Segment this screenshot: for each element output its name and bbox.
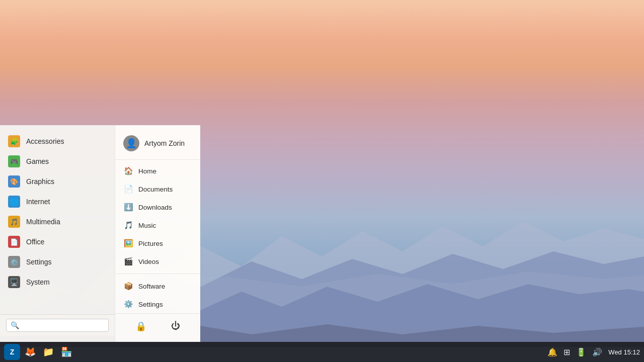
internet-category-label: Internet [26,198,50,206]
search-bar: 🔍 [0,314,115,336]
settings-place-label: Settings [138,301,163,308]
desktop: 🧩Accessories🎮Games🎨Graphics🌐Internet🎵Mul… [0,0,644,362]
app-menu: 🧩Accessories🎮Games🎨Graphics🌐Internet🎵Mul… [0,125,200,342]
category-item-graphics[interactable]: 🎨Graphics [0,171,115,192]
music-place-label: Music [138,222,156,229]
taskbar-right: 🔔 ⊞ 🔋 🔊 Wed 15:12 [547,347,640,357]
multimedia-category-icon: 🎵 [8,216,20,228]
videos-place-label: Videos [138,258,159,265]
battery-icon[interactable]: 🔋 [576,347,586,357]
search-input-wrapper: 🔍 [6,319,109,332]
system-category-label: System [26,278,50,286]
category-item-multimedia[interactable]: 🎵Multimedia [0,212,115,232]
settings-category-icon: ⚙️ [8,256,20,268]
taskbar-left: Z🦊📁🏪 [4,344,74,360]
category-item-office[interactable]: 📄Office [0,232,115,252]
place-item-software[interactable]: 📦Software [115,277,200,295]
games-category-label: Games [26,157,49,165]
taskbar-app-store[interactable]: 🏪 [58,344,74,360]
documents-place-label: Documents [138,186,173,193]
home-place-label: Home [138,167,156,175]
place-item-settings[interactable]: ⚙️Settings [115,295,200,313]
documents-place-icon: 📄 [123,184,133,194]
search-icon: 🔍 [11,321,19,329]
software-place-icon: 📦 [123,281,133,291]
games-category-icon: 🎮 [8,155,20,167]
volume-icon[interactable]: 🔊 [592,347,602,357]
notifications-icon[interactable]: 🔔 [547,347,557,357]
place-item-videos[interactable]: 🎬Videos [115,252,200,270]
pictures-place-label: Pictures [138,240,163,247]
downloads-place-label: Downloads [138,204,172,211]
place-item-music[interactable]: 🎵Music [115,216,200,234]
places-panel: 👤 Artyom Zorin 🏠Home📄Documents⬇️Download… [115,125,200,342]
category-item-accessories[interactable]: 🧩Accessories [0,131,115,151]
accessories-category-label: Accessories [26,137,64,145]
search-input[interactable] [22,322,104,329]
home-place-icon: 🏠 [123,166,133,176]
taskbar-app-zorin[interactable]: Z [4,344,20,360]
graphics-category-icon: 🎨 [8,175,20,188]
avatar: 👤 [123,135,139,151]
place-item-downloads[interactable]: ⬇️Downloads [115,198,200,216]
office-category-icon: 📄 [8,236,20,248]
place-item-home[interactable]: 🏠Home [115,162,200,180]
videos-place-icon: 🎬 [123,256,133,266]
user-section[interactable]: 👤 Artyom Zorin [115,129,200,160]
category-item-games[interactable]: 🎮Games [0,151,115,171]
settings-place-icon: ⚙️ [123,299,133,309]
multimedia-category-label: Multimedia [26,218,60,226]
category-item-settings[interactable]: ⚙️Settings [0,252,115,272]
accessories-category-icon: 🧩 [8,135,20,147]
graphics-category-label: Graphics [26,177,54,186]
categories-panel: 🧩Accessories🎮Games🎨Graphics🌐Internet🎵Mul… [0,125,115,342]
windows-icon[interactable]: ⊞ [564,347,570,357]
categories-list: 🧩Accessories🎮Games🎨Graphics🌐Internet🎵Mul… [0,131,115,292]
person-icon: 👤 [126,138,137,149]
places-divider [115,274,200,274]
internet-category-icon: 🌐 [8,196,20,208]
places-actions: 🔒 ⏻ [115,313,200,338]
place-item-pictures[interactable]: 🖼️Pictures [115,234,200,252]
system-category-icon: 🖥️ [8,276,20,288]
music-place-icon: 🎵 [123,220,133,230]
category-item-system[interactable]: 🖥️System [0,272,115,292]
taskbar-app-firefox[interactable]: 🦊 [22,344,38,360]
settings-category-label: Settings [26,258,52,266]
taskbar-app-files[interactable]: 📁 [40,344,56,360]
places-list-2: 📦Software⚙️Settings [115,277,200,313]
user-name: Artyom Zorin [144,139,185,147]
office-category-label: Office [26,238,44,246]
category-item-internet[interactable]: 🌐Internet [0,192,115,212]
software-place-label: Software [138,283,165,290]
taskbar: Z🦊📁🏪 🔔 ⊞ 🔋 🔊 Wed 15:12 [0,342,644,362]
lock-button[interactable]: 🔒 [133,319,148,334]
places-list: 🏠Home📄Documents⬇️Downloads🎵Music🖼️Pictur… [115,162,200,270]
power-button[interactable]: ⏻ [169,319,182,334]
place-item-documents[interactable]: 📄Documents [115,180,200,198]
pictures-place-icon: 🖼️ [123,238,133,248]
clock: Wed 15:12 [608,348,640,356]
downloads-place-icon: ⬇️ [123,202,133,212]
